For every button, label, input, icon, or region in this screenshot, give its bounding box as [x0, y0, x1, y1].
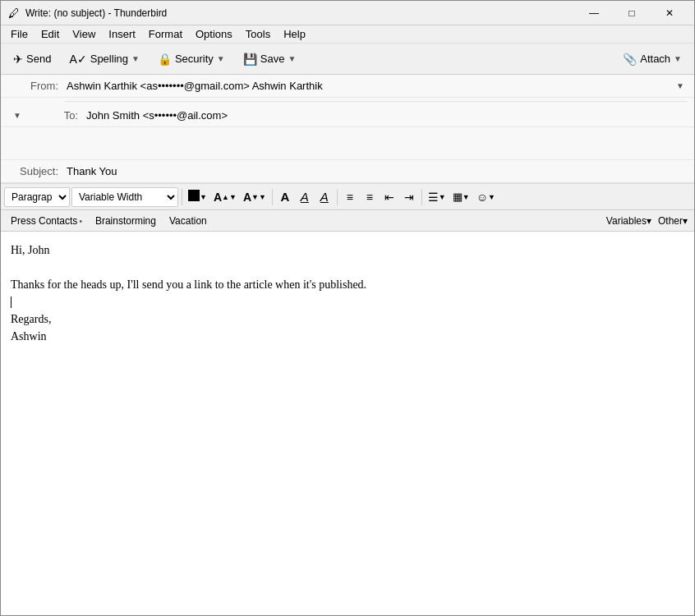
template-vacation[interactable]: Vacation [166, 214, 210, 228]
compose-line-1: Hi, John [11, 241, 684, 259]
menu-edit[interactable]: Edit [35, 26, 66, 42]
send-label: Send [26, 53, 51, 65]
compose-line-6: Ashwin [11, 328, 684, 345]
send-icon: ✈ [13, 53, 23, 66]
insert-dropdown: ▼ [463, 193, 470, 201]
close-button[interactable]: ✕ [651, 1, 688, 25]
subject-value[interactable]: Thank You [65, 162, 688, 181]
indent-more-button[interactable]: ⇥ [400, 187, 418, 207]
insert-icon: ▦ [453, 191, 463, 203]
spelling-label: Spelling [90, 53, 128, 65]
menu-view[interactable]: View [66, 26, 102, 42]
insert-button[interactable]: ▦ ▼ [450, 187, 472, 207]
italic-icon: A [301, 190, 309, 204]
security-button[interactable]: 🔒 Security ▼ [150, 48, 232, 71]
menu-file[interactable]: File [4, 26, 35, 42]
paragraph-style-select[interactable]: Paragraph [4, 187, 70, 207]
color-swatch [188, 190, 200, 204]
color-dropdown-arrow: ▼ [200, 193, 207, 201]
format-sep-4 [421, 189, 422, 205]
unordered-list-button[interactable]: ≡ [341, 187, 359, 207]
security-icon: 🔒 [158, 53, 172, 66]
menu-bar: File Edit View Insert Format Options Too… [1, 25, 694, 44]
italic-button[interactable]: A [296, 187, 314, 207]
emoji-button[interactable]: ☺ ▼ [474, 187, 498, 207]
indent-less-button[interactable]: ⇤ [380, 187, 398, 207]
ordered-list-button[interactable]: ≡ [361, 187, 379, 207]
compose-line-5: Regards, [11, 310, 684, 328]
spelling-icon: A✓ [69, 53, 86, 66]
subject-row: Subject: Thank You [1, 160, 694, 183]
text-color-button[interactable]: ▼ [186, 187, 209, 207]
title-bar: 🖊 Write: (no subject) - Thunderbird — □ … [1, 1, 694, 25]
attach-label: Attach [640, 53, 670, 65]
to-expand-icon[interactable]: ▼ [7, 106, 27, 126]
font-size-decrease-dropdown: ▼ [259, 193, 266, 201]
menu-tools[interactable]: Tools [239, 26, 277, 42]
bold-button[interactable]: A [276, 187, 294, 207]
menu-help[interactable]: Help [277, 26, 312, 42]
subject-label: Subject: [7, 165, 65, 177]
save-icon: 💾 [243, 53, 257, 66]
underline-button[interactable]: A [315, 187, 334, 207]
font-size-decrease-button[interactable]: A▼ ▼ [241, 187, 269, 207]
from-label: From: [7, 80, 65, 92]
app-icon: 🖊 [7, 7, 21, 20]
font-size-increase-dropdown: ▼ [229, 193, 237, 201]
attach-button[interactable]: 📎 Attach ▼ [615, 48, 689, 71]
format-sep-2 [272, 189, 273, 205]
emoji-icon: ☺ [476, 191, 488, 204]
to-row: ▼ To: John Smith <s••••••@ail.com> [1, 104, 694, 127]
font-size-increase-button[interactable]: A▲ ▼ [211, 187, 239, 207]
maximize-button[interactable]: □ [614, 1, 650, 25]
other-button[interactable]: Other▾ [658, 215, 688, 227]
format-toolbar: Paragraph Variable Width ▼ A▲ ▼ A▼ ▼ A A [1, 184, 694, 210]
compose-area[interactable]: Hi, John Thanks for the heads up, I'll s… [1, 232, 694, 544]
bold-icon: A [280, 190, 289, 204]
align-icon: ☰ [428, 191, 439, 204]
cc-bcc-area [1, 98, 694, 104]
attach-icon: 📎 [623, 53, 637, 66]
minimize-button[interactable]: — [576, 1, 612, 25]
down-arrow-icon: ▼ [251, 193, 259, 201]
save-dropdown-arrow: ▼ [288, 54, 296, 63]
format-sep-3 [337, 189, 338, 205]
compose-line-3: Thanks for the heads up, I'll send you a… [11, 276, 684, 293]
spelling-button[interactable]: A✓ Spelling ▼ [62, 48, 147, 71]
templates-toolbar: Press Contacts Brainstorming Vacation Va… [1, 210, 694, 232]
underline-icon: A [320, 190, 329, 204]
format-sep-1 [182, 189, 182, 205]
compose-body[interactable]: Hi, John Thanks for the heads up, I'll s… [1, 232, 694, 615]
attach-dropdown-arrow: ▼ [674, 54, 682, 63]
to-label: To: [27, 109, 85, 122]
svg-rect-0 [188, 190, 200, 201]
ul-icon: ≡ [347, 191, 353, 204]
indent-more-icon: ⇥ [404, 191, 414, 204]
app-window: 🖊 Write: (no subject) - Thunderbird — □ … [0, 0, 695, 616]
indent-less-icon: ⇤ [384, 191, 394, 204]
window-controls: — □ ✕ [576, 1, 688, 25]
to-value[interactable]: John Smith <s••••••@ail.com> [85, 106, 688, 125]
text-cursor [11, 297, 12, 308]
template-press-contacts[interactable]: Press Contacts [7, 214, 85, 228]
menu-insert[interactable]: Insert [102, 26, 142, 42]
save-button[interactable]: 💾 Save ▼ [236, 48, 304, 71]
align-button[interactable]: ☰ ▼ [426, 187, 449, 207]
up-arrow-icon: ▲ [222, 193, 229, 201]
security-label: Security [175, 53, 214, 65]
font-size-decrease-icon: A [243, 191, 251, 204]
ol-icon: ≡ [366, 191, 373, 204]
variables-button[interactable]: Variables▾ [606, 215, 651, 227]
template-brainstorming[interactable]: Brainstorming [92, 214, 159, 228]
compose-cursor-line [11, 293, 684, 310]
from-dropdown[interactable]: ▼ [673, 79, 688, 94]
font-select[interactable]: Variable Width [71, 187, 178, 207]
send-button[interactable]: ✈ Send [6, 48, 58, 71]
menu-format[interactable]: Format [142, 26, 189, 42]
from-value: Ashwin Karthik <as•••••••@gmail.com> Ash… [65, 76, 673, 95]
main-toolbar: ✈ Send A✓ Spelling ▼ 🔒 Security ▼ 💾 Save… [1, 44, 694, 75]
save-label: Save [260, 53, 285, 65]
emoji-dropdown: ▼ [488, 193, 495, 201]
menu-options[interactable]: Options [189, 26, 239, 42]
from-row: From: Ashwin Karthik <as•••••••@gmail.co… [1, 75, 694, 98]
